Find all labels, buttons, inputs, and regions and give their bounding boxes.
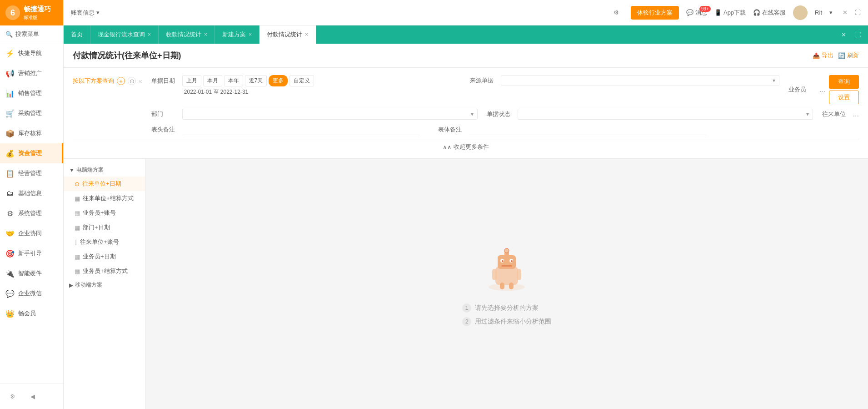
enterprise-icon: 🤝 (5, 229, 15, 238)
service-label: 在线客服 (762, 9, 786, 17)
salesman-label: 业务员 (788, 86, 816, 94)
tab-receipt-stat-close[interactable]: × (204, 32, 207, 37)
filter-row-3: 表头备注 表体备注 (151, 124, 859, 135)
sidebar-item-member[interactable]: 👑 畅会员 (0, 303, 63, 323)
sidebar-logo: 6 畅捷通巧 标准版 (0, 0, 63, 25)
sidebar-item-system[interactable]: ⚙ 系统管理 (0, 203, 63, 223)
tab-new-scheme-close[interactable]: × (249, 32, 252, 37)
topbar-settings-btn[interactable]: ⚙ (609, 5, 624, 20)
weixin-icon: 💬 (5, 289, 15, 298)
date-btn-more[interactable]: 更多 (269, 75, 288, 86)
topbar-chevron-icon[interactable]: ▾ (829, 9, 833, 16)
scheme-item-dept-date[interactable]: ▦ 部门+日期 (64, 220, 145, 235)
tab-bank-flow-close[interactable]: × (148, 32, 151, 37)
tab-payment-stat-label: 付款情况统计 (267, 30, 302, 39)
doc-status-select-arrow: ▾ (806, 111, 809, 117)
collapse-more-btn[interactable]: ∧∧ 收起更多条件 (73, 140, 859, 151)
panel-collapse-btn[interactable]: « (139, 77, 142, 85)
mobile-scheme-group-title[interactable]: ▶ 移动端方案 (64, 278, 145, 292)
trial-btn[interactable]: 体验行业方案 (631, 6, 679, 20)
topbar-app-download[interactable]: 📱 App下载 (714, 9, 746, 17)
table-head-note-input[interactable] (182, 124, 420, 135)
pc-group-label: 电脑端方案 (76, 166, 104, 174)
add-scheme-btn[interactable]: + (117, 77, 125, 85)
breadcrumb-dropdown[interactable]: ▾ (96, 9, 100, 16)
scheme-item-salesman-date[interactable]: ▦ 业务员+日期 (64, 249, 145, 264)
date-btn-this-year[interactable]: 本年 (224, 75, 243, 86)
tab-bank-flow[interactable]: 现金银行流水查询 × (90, 25, 159, 44)
filter-area: 按以下方案查询 + ⊙ « 单据日期 上月 (64, 68, 868, 159)
svg-point-13 (504, 248, 509, 253)
sidebar-item-capital[interactable]: 💰 资金管理 (0, 143, 63, 163)
sidebar-item-quick-nav[interactable]: ⚡ 快捷导航 (0, 43, 63, 63)
sidebar-item-hardware[interactable]: 🔌 智能硬件 (0, 263, 63, 283)
scheme-item-counterpart-settle[interactable]: ▦ 往来单位+结算方式 (64, 191, 145, 206)
capital-icon: 💰 (5, 149, 15, 158)
salesman-ellipsis: ... (819, 86, 825, 94)
sidebar-item-operation[interactable]: 📋 经营管理 (0, 163, 63, 183)
settings-btn[interactable]: 设置 (829, 91, 859, 104)
system-icon: ⚙ (5, 209, 15, 218)
window-close-btn[interactable]: ✕ (843, 9, 848, 16)
sidebar: 6 畅捷通巧 标准版 🔍 搜索菜单 ⚡ 快捷导航 📢 营销推广 📊 销售管理 🛒… (0, 0, 64, 409)
doc-status-select[interactable]: ▾ (518, 109, 813, 120)
dept-select[interactable]: ▾ (182, 109, 478, 120)
topbar-avatar[interactable] (793, 5, 808, 20)
query-btn[interactable]: 查询 (829, 75, 859, 89)
date-btn-this-month[interactable]: 本月 (203, 75, 222, 86)
topbar-service[interactable]: 🎧 在线客服 (753, 9, 786, 17)
scheme-settings-btn[interactable]: ⊙ (128, 77, 136, 85)
filter-btns-right: 查询 设置 (829, 75, 859, 104)
sidebar-item-marketing[interactable]: 📢 营销推广 (0, 63, 63, 83)
date-btn-custom[interactable]: 自定义 (289, 75, 314, 86)
topbar-username[interactable]: Rit (815, 9, 822, 16)
scheme-item-counterpart-account[interactable]: ⟦ 往来单位+账号 (64, 235, 145, 249)
source-select[interactable]: ▾ (501, 75, 779, 86)
scheme-item-salesman-settle[interactable]: ▦ 业务员+结算方式 (64, 264, 145, 278)
dept-label: 部门 (151, 110, 179, 118)
tab-home[interactable]: 首页 (64, 25, 90, 44)
tab-receipt-stat[interactable]: 收款情况统计 × (159, 25, 215, 44)
date-btn-7days[interactable]: 近7天 (245, 75, 267, 86)
tab-payment-stat-close[interactable]: × (305, 32, 308, 37)
sidebar-item-guide[interactable]: 🎯 新手引导 (0, 243, 63, 263)
scheme-item-counterpart-date[interactable]: ⊙ 往来单位+日期 (64, 177, 145, 191)
sidebar-item-label: 资金管理 (18, 149, 42, 157)
refresh-btn[interactable]: 🔄 刷新 (838, 51, 859, 60)
table-head-note-group: 表头备注 (151, 124, 420, 135)
scheme-active-icon: ⊙ (75, 181, 80, 187)
sidebar-item-label: 快捷导航 (18, 49, 42, 57)
scheme-icon-4: ⟦ (75, 239, 77, 246)
pc-scheme-group: ▼ 电脑端方案 ⊙ 往来单位+日期 ▦ 往来单位+结算方式 ▦ 业务员+账号 (64, 163, 145, 278)
scheme-item-salesman-account[interactable]: ▦ 业务员+账号 (64, 206, 145, 220)
quick-nav-icon: ⚡ (5, 49, 15, 58)
purchase-icon: 🛒 (5, 109, 15, 118)
sidebar-item-sales[interactable]: 📊 销售管理 (0, 83, 63, 103)
tab-new-scheme[interactable]: 新建方案 × (215, 25, 259, 44)
topbar-actions: ⚙ 体验行业方案 💬 消息 99+ 📱 App下载 🎧 在线客服 Rit ▾ (609, 5, 833, 20)
counterpart-ellipsis: ... (853, 110, 859, 118)
sidebar-item-basic[interactable]: 🗂 基础信息 (0, 183, 63, 203)
sidebar-item-enterprise[interactable]: 🤝 企业协同 (0, 223, 63, 243)
sidebar-settings-btn[interactable]: ⚙ (5, 388, 21, 404)
dept-filter: 部门 ▾ (151, 109, 478, 120)
export-btn[interactable]: 📤 导出 (813, 51, 833, 60)
sidebar-collapse-btn[interactable]: ◀ (25, 388, 41, 404)
tip-text-1: 请先选择要分析的方案 (475, 304, 539, 312)
sidebar-item-inventory[interactable]: 📦 库存核算 (0, 123, 63, 143)
sidebar-search[interactable]: 🔍 搜索菜单 (0, 25, 63, 43)
tab-payment-stat[interactable]: 付款情况统计 × (259, 25, 316, 44)
table-body-note-input[interactable] (469, 124, 707, 135)
pc-scheme-group-title[interactable]: ▼ 电脑端方案 (64, 163, 145, 177)
sidebar-item-purchase[interactable]: 🛒 采购管理 (0, 103, 63, 123)
sidebar-item-weixin[interactable]: 💬 企业微信 (0, 283, 63, 303)
source-select-arrow: ▾ (773, 77, 775, 84)
topbar-message[interactable]: 💬 消息 99+ (686, 9, 707, 17)
window-expand-btn[interactable]: ⛶ (855, 9, 861, 16)
dept-select-arrow: ▾ (471, 111, 474, 117)
tab-close-all-btn[interactable]: ✕ (837, 28, 850, 41)
date-btn-last-month[interactable]: 上月 (182, 75, 201, 86)
svg-point-5 (502, 260, 504, 262)
tab-expand-btn[interactable]: ⛶ (852, 28, 864, 41)
svg-rect-7 (501, 265, 512, 267)
